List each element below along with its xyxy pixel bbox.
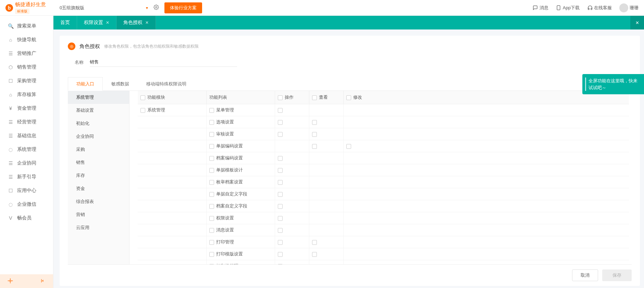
checkbox[interactable] (278, 120, 283, 125)
checkbox[interactable] (209, 168, 214, 173)
checkbox[interactable] (312, 120, 317, 125)
checkbox[interactable] (278, 168, 283, 173)
checkbox[interactable] (209, 264, 214, 264)
checkbox[interactable] (278, 252, 283, 257)
table-row: 打印管理 (138, 236, 629, 248)
checkbox[interactable] (209, 192, 214, 197)
checkbox[interactable] (312, 144, 317, 149)
checkbox[interactable] (312, 132, 317, 137)
save-button[interactable]: 保存 (602, 269, 632, 281)
close-icon[interactable]: ✕ (106, 20, 109, 25)
category-item[interactable]: 销售 (68, 156, 129, 169)
checkbox[interactable] (209, 240, 214, 245)
chevron-down-icon[interactable]: ▾ (146, 5, 148, 10)
checkbox[interactable] (278, 228, 283, 233)
checkbox[interactable] (278, 132, 283, 137)
name-label: 名称 (75, 59, 84, 65)
sidebar-item[interactable]: ☰经营管理 (0, 115, 53, 129)
category-item[interactable]: 系统管理 (68, 91, 129, 104)
checkbox[interactable] (140, 95, 145, 100)
name-value: 销售 (90, 58, 237, 67)
page-tab[interactable]: 权限设置✕ (77, 16, 116, 29)
page-tab[interactable]: 首页 (53, 16, 77, 29)
sub-tab[interactable]: 敏感数据 (103, 77, 138, 91)
online-service-link[interactable]: 在线客服 (587, 5, 612, 11)
th-operate[interactable]: 操作 (275, 91, 309, 104)
sidebar-item[interactable]: ◌系统管理 (0, 143, 53, 156)
collapse-icon[interactable] (40, 278, 46, 285)
checkbox[interactable] (278, 180, 283, 185)
checkbox[interactable] (278, 204, 283, 209)
sidebar-item[interactable]: ☐采购管理 (0, 74, 53, 88)
checkbox[interactable] (278, 156, 283, 161)
category-item[interactable]: 基础设置 (68, 104, 129, 117)
checkbox[interactable] (140, 108, 145, 113)
item-label: 档案自定义字段 (216, 203, 247, 208)
checkbox[interactable] (209, 228, 214, 233)
checkbox[interactable] (278, 108, 283, 113)
checkbox[interactable] (278, 264, 283, 264)
sidebar-item[interactable]: ⬡销售管理 (0, 60, 53, 74)
checkbox[interactable] (209, 180, 214, 185)
checkbox[interactable] (312, 95, 317, 100)
checkbox[interactable] (209, 156, 214, 161)
sub-tab[interactable]: 移动端特殊权限说明 (138, 77, 195, 91)
sidebar: 🔍搜索菜单⌂快捷导航☰营销推广⬡销售管理☐采购管理⌂库存核算¥资金管理☰经营管理… (0, 16, 53, 288)
checkbox[interactable] (346, 95, 351, 100)
checkbox[interactable] (209, 108, 214, 113)
sub-tab[interactable]: 功能入口 (68, 77, 103, 91)
edition-label[interactable]: 0五组旗舰版 (60, 5, 84, 11)
sidebar-item[interactable]: ⌂快捷导航 (0, 33, 53, 47)
close-icon[interactable]: ✕ (145, 20, 149, 25)
checkbox[interactable] (346, 144, 351, 149)
category-item[interactable]: 营销 (68, 208, 129, 221)
sidebar-item[interactable]: ☰营销推广 (0, 47, 53, 60)
th-view[interactable]: 查看 (309, 91, 343, 104)
checkbox[interactable] (312, 252, 317, 257)
checkbox[interactable] (209, 132, 214, 137)
user-menu[interactable]: 珊珊 (619, 3, 639, 12)
sidebar-item[interactable]: ☐应用中心 (0, 184, 53, 197)
sidebar-item[interactable]: V畅会员 (0, 211, 53, 225)
settings-icon[interactable] (8, 278, 13, 285)
checkbox[interactable] (278, 216, 283, 221)
gear-icon[interactable] (153, 4, 159, 11)
sidebar-item[interactable]: 🔍搜索菜单 (0, 19, 53, 33)
sidebar-item-label: 应用中心 (17, 188, 36, 194)
checkbox[interactable] (209, 144, 214, 149)
sidebar-item[interactable]: ◌企业微信 (0, 197, 53, 211)
category-list: 系统管理基础设置初始化企业协同采购销售库存资金综合报表营销云应用 (68, 91, 129, 264)
message-link[interactable]: 消息 (533, 5, 548, 11)
checkbox[interactable] (209, 120, 214, 125)
sidebar-item[interactable]: ☰企业协同 (0, 156, 53, 170)
sidebar-item[interactable]: ⌂库存核算 (0, 88, 53, 101)
category-item[interactable]: 企业协同 (68, 130, 129, 143)
page-tab[interactable]: 角色授权✕ (116, 16, 156, 29)
module-label: 系统管理 (147, 107, 165, 112)
checkbox[interactable] (209, 204, 214, 209)
checkbox[interactable] (209, 216, 214, 221)
checkbox[interactable] (312, 240, 317, 245)
fullscreen-tip[interactable]: 全屏功能在这里哦，快来试试吧～ (582, 74, 644, 94)
menu-icon: ⬡ (8, 64, 14, 70)
category-item[interactable]: 采购 (68, 143, 129, 156)
sidebar-item[interactable]: ¥资金管理 (0, 101, 53, 115)
category-item[interactable]: 库存 (68, 169, 129, 182)
checkbox[interactable] (278, 240, 283, 245)
close-all-tabs[interactable]: ✕ (630, 16, 644, 29)
try-industry-button[interactable]: 体验行业方案 (164, 2, 202, 13)
th-module[interactable]: 功能模块 (138, 91, 206, 104)
sidebar-item[interactable]: ☰基础信息 (0, 129, 53, 143)
checkbox[interactable] (278, 95, 283, 100)
top-bar: b 畅捷通好生意 标准版 0五组旗舰版 ▾ 体验行业方案 消息 App下载 在线… (0, 0, 644, 16)
category-item[interactable]: 初始化 (68, 117, 129, 130)
app-download-link[interactable]: App下载 (556, 5, 580, 11)
cancel-button[interactable]: 取消 (572, 269, 598, 281)
checkbox[interactable] (278, 192, 283, 197)
category-item[interactable]: 综合报表 (68, 195, 129, 208)
sidebar-item[interactable]: ☰新手引导 (0, 170, 53, 184)
category-item[interactable]: 云应用 (68, 221, 129, 234)
category-item[interactable]: 资金 (68, 182, 129, 195)
logo-icon: b (5, 4, 13, 12)
checkbox[interactable] (209, 252, 214, 257)
